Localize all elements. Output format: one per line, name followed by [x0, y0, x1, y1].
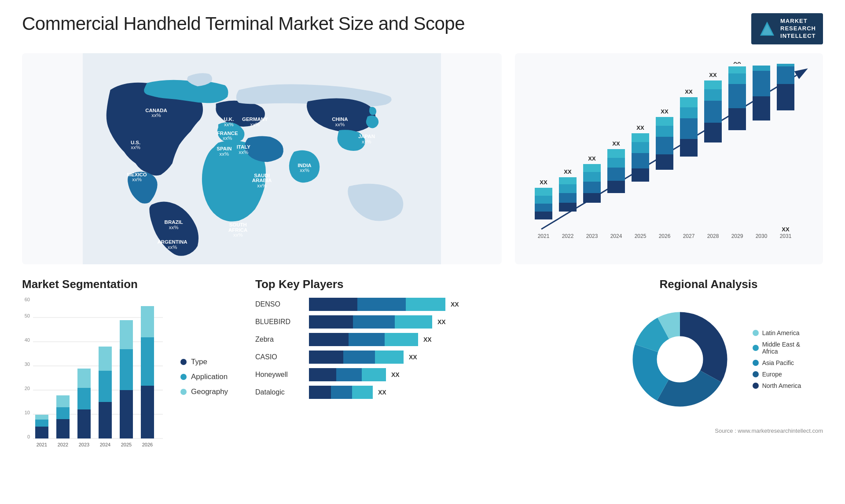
svg-text:XX: XX — [661, 108, 669, 115]
players-list: DENSO XX BLUEBIRD — [255, 298, 581, 399]
svg-rect-7 — [535, 196, 552, 204]
regional-dot-latin — [753, 330, 759, 336]
svg-rect-95 — [99, 371, 112, 402]
svg-rect-59 — [753, 96, 770, 121]
seg-label-type: Type — [191, 358, 207, 366]
map-sublabel-italy: xx% — [239, 149, 248, 154]
regional-label-europe: Europe — [762, 371, 782, 378]
svg-rect-88 — [56, 395, 70, 407]
regional-label-latin: Latin America — [762, 329, 800, 336]
seg-label-geo: Geography — [191, 387, 228, 396]
svg-text:2028: 2028 — [707, 233, 719, 239]
svg-text:2030: 2030 — [756, 233, 768, 239]
map-label-saudi: SAUDI — [254, 172, 270, 178]
map-label-japan: JAPAN — [358, 134, 375, 139]
svg-text:2024: 2024 — [610, 233, 622, 239]
svg-rect-56 — [728, 66, 746, 73]
player-name-denso: DENSO — [255, 300, 304, 308]
seg-legend-geo: Geography — [180, 387, 228, 396]
map-label-southafrica2: AFRICA — [228, 227, 247, 233]
regional-label-apac: Asia Pacific — [762, 359, 794, 366]
map-label-italy: ITALY — [237, 144, 251, 150]
svg-text:50: 50 — [25, 313, 30, 318]
svg-point-112 — [657, 336, 703, 382]
svg-text:XX: XX — [588, 155, 596, 162]
svg-rect-102 — [141, 386, 154, 438]
map-label-canada: CANADA — [145, 107, 167, 113]
regional-legend-mea: Middle East &Africa — [753, 341, 801, 355]
svg-text:XX: XX — [685, 88, 693, 95]
svg-text:XX: XX — [564, 168, 572, 175]
key-players-container: Top Key Players DENSO XX BLUEBIRD — [255, 278, 581, 471]
map-sublabel-china: xx% — [335, 122, 345, 127]
regional-legend-latin: Latin America — [753, 329, 801, 336]
svg-text:2022: 2022 — [562, 233, 574, 239]
svg-rect-84 — [35, 415, 48, 420]
svg-rect-32 — [632, 133, 649, 142]
world-map: CANADA xx% U.S. xx% MEXICO xx% BRAZIL xx… — [22, 53, 502, 264]
player-bar-wrap-honeywell: XX — [309, 368, 581, 381]
map-label-germany: GERMANY — [242, 117, 268, 122]
svg-rect-11 — [559, 203, 577, 212]
svg-rect-20 — [583, 164, 601, 172]
player-row-honeywell: Honeywell XX — [255, 368, 581, 381]
bar-chart-container: XX 2021 XX 2022 XX 2023 — [515, 53, 823, 264]
source-text: Source : www.marketresearchintellect.com — [594, 427, 823, 434]
seg-chart-wrapper: 0 10 20 30 40 50 60 — [22, 298, 242, 456]
svg-rect-6 — [535, 204, 552, 212]
player-bar-wrap-datalogic: XX — [309, 386, 581, 399]
regional-dot-na — [753, 383, 759, 389]
svg-rect-23 — [607, 181, 625, 193]
map-sublabel-japan: xx% — [362, 139, 371, 144]
svg-rect-48 — [704, 101, 722, 123]
svg-rect-60 — [753, 71, 770, 96]
svg-rect-86 — [56, 419, 70, 438]
svg-rect-8 — [535, 188, 552, 196]
svg-text:10: 10 — [25, 410, 30, 415]
svg-text:2029: 2029 — [731, 233, 743, 239]
player-bar-wrap-casio: XX — [309, 351, 581, 364]
svg-text:2024: 2024 — [100, 442, 110, 447]
svg-rect-100 — [120, 320, 133, 349]
seg-label-app: Application — [191, 373, 228, 381]
regional-legend-apac: Asia Pacific — [753, 359, 801, 366]
svg-text:2021: 2021 — [538, 233, 550, 239]
map-label-india: INDIA — [298, 162, 311, 168]
svg-rect-96 — [99, 347, 112, 371]
player-name-casio: CASIO — [255, 353, 304, 361]
svg-rect-61 — [753, 66, 770, 71]
svg-rect-41 — [680, 139, 698, 157]
svg-rect-36 — [656, 137, 673, 154]
player-row-zebra: Zebra XX — [255, 333, 581, 346]
map-label-mexico: MEXICO — [127, 172, 147, 177]
map-sublabel-mexico: xx% — [132, 177, 142, 182]
player-xx-denso: XX — [451, 301, 459, 308]
svg-rect-44 — [680, 97, 698, 107]
player-xx-zebra: XX — [423, 336, 432, 343]
svg-text:2022: 2022 — [58, 442, 68, 447]
player-name-honeywell: Honeywell — [255, 371, 304, 379]
svg-rect-24 — [607, 168, 625, 181]
svg-rect-103 — [141, 337, 154, 386]
regional-legend-europe: Europe — [753, 371, 801, 378]
svg-rect-12 — [559, 193, 577, 203]
segmentation-title: Market Segmentation — [22, 278, 242, 291]
svg-text:XX: XX — [612, 140, 620, 147]
player-bar-bluebird — [309, 315, 432, 329]
svg-rect-35 — [656, 154, 673, 170]
svg-rect-66 — [777, 64, 794, 66]
seg-legend: Type Application Geography — [180, 358, 228, 396]
player-row-denso: DENSO XX — [255, 298, 581, 311]
svg-rect-43 — [680, 107, 698, 118]
map-sublabel-canada: xx% — [151, 113, 161, 118]
map-label-spain: SPAIN — [217, 146, 231, 151]
map-label-france: FRANCE — [217, 130, 238, 135]
svg-rect-49 — [704, 89, 722, 101]
svg-rect-17 — [583, 193, 601, 203]
bar-chart-svg: XX 2021 XX 2022 XX 2023 — [528, 62, 810, 251]
map-sublabel-argentina: xx% — [168, 244, 177, 249]
player-row-datalogic: Datalogic XX — [255, 386, 581, 399]
segmentation-chart: 0 10 20 30 40 50 60 — [22, 298, 172, 456]
map-sublabel-india: xx% — [300, 168, 309, 173]
svg-text:20: 20 — [25, 386, 30, 391]
